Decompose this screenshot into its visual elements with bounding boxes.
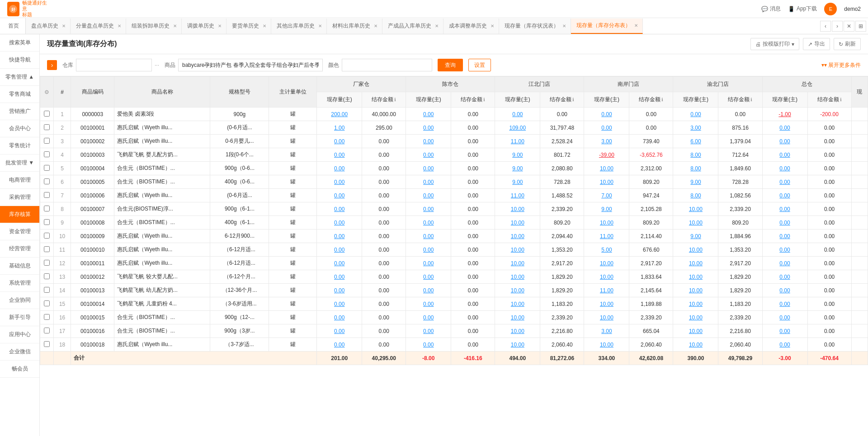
cell-c-stock[interactable]: 0.00 [406,230,451,243]
cell-c-stock[interactable]: 0.00 [406,216,451,230]
cell-t-stock[interactable]: 0.00 [762,311,807,324]
cell-f-stock[interactable]: 0.00 [317,175,362,189]
cell-f-stock[interactable]: 0.00 [317,284,362,297]
cell-jb-stock[interactable]: 9.00 [495,148,540,162]
cell-check[interactable] [40,148,54,162]
tab-close-requisition[interactable]: ✕ [263,23,266,28]
cell-c-stock[interactable]: 0.00 [406,243,451,257]
tab-stock-status[interactable]: 现存量（库存状况表） ✕ [499,19,571,34]
cell-t-stock[interactable]: 0.00 [762,121,807,135]
cell-f-stock[interactable]: 0.00 [317,270,362,284]
tab-close-material[interactable]: ✕ [374,23,377,28]
cell-c-stock[interactable]: 0.00 [406,202,451,216]
expand-btn[interactable]: ▾▾ 展开更多条件 [821,61,861,69]
cell-na-stock[interactable]: 0.00 [584,121,629,135]
cell-t-stock[interactable]: 0.00 [762,270,807,284]
tab-close-product[interactable]: ✕ [435,23,439,28]
row-checkbox[interactable] [44,206,50,211]
cell-yb-stock[interactable]: 10.00 [673,324,718,338]
color-input[interactable] [342,59,432,71]
cell-c-stock[interactable]: 0.00 [406,162,451,175]
cell-yb-stock[interactable]: 10.00 [673,338,718,352]
tab-next-btn[interactable]: › [832,21,843,32]
row-checkbox[interactable] [44,192,50,198]
tab-home[interactable]: 首页 [2,18,26,34]
sidebar-item-basic[interactable]: 基础信息 [0,258,39,275]
cell-yb-stock[interactable]: 3.00 [673,121,718,135]
cell-na-stock[interactable]: 10.00 [584,338,629,352]
cell-f-stock[interactable]: 200.00 [317,108,362,121]
cell-check[interactable] [40,311,54,324]
row-checkbox[interactable] [44,246,50,252]
cell-c-stock[interactable]: 0.00 [406,338,451,352]
cell-t-stock[interactable]: 0.00 [762,162,807,175]
sidebar-item-purchase[interactable]: 采购管理 [0,189,39,206]
sidebar-item-retail-mall[interactable]: 零售商城 [0,86,39,103]
cell-check[interactable] [40,189,54,202]
cell-c-stock[interactable]: 0.00 [406,121,451,135]
tab-material[interactable]: 材料出库单历史 ✕ [327,19,382,34]
filter-collapse-btn[interactable]: › [47,60,57,70]
cell-t-stock[interactable]: 0.00 [762,230,807,243]
tab-stock-dist[interactable]: 现存量（库存分布表） ✕ [571,19,643,34]
cell-f-stock[interactable]: 0.00 [317,148,362,162]
cell-na-stock[interactable]: 10.00 [584,297,629,311]
tab-split-stocktake[interactable]: 分量盘点单历史 ✕ [71,19,126,34]
cell-t-stock[interactable]: 0.00 [762,202,807,216]
cell-f-stock[interactable]: 0.00 [317,257,362,270]
cell-check[interactable] [40,324,54,338]
sidebar-item-retail-stats[interactable]: 零售统计 [0,137,39,155]
cell-na-stock[interactable]: 10.00 [584,216,629,230]
cell-na-stock[interactable]: 10.00 [584,270,629,284]
cell-t-stock[interactable]: 0.00 [762,243,807,257]
sidebar-item-member2[interactable]: 畅会员 [0,361,39,378]
cell-t-stock[interactable]: 0.00 [762,324,807,338]
cell-c-stock[interactable]: 0.00 [406,135,451,148]
cell-yb-stock[interactable]: 10.00 [673,311,718,324]
cell-f-stock[interactable]: 0.00 [317,162,362,175]
cell-f-stock[interactable]: 0.00 [317,243,362,257]
cell-t-stock[interactable]: 0.00 [762,135,807,148]
cell-jb-stock[interactable]: 10.00 [495,311,540,324]
cell-check[interactable] [40,284,54,297]
cell-jb-stock[interactable]: 0.00 [495,108,540,121]
cell-na-stock[interactable]: 9.00 [584,202,629,216]
row-checkbox[interactable] [44,233,50,239]
sidebar-item-wholesale[interactable]: 批发管理 ▼ [0,155,39,172]
row-checkbox[interactable] [44,138,50,144]
cell-c-stock[interactable]: 0.00 [406,311,451,324]
row-checkbox[interactable] [44,124,50,130]
tab-close-transfer[interactable]: ✕ [218,23,222,28]
cell-t-stock[interactable]: 0.00 [762,148,807,162]
cell-check[interactable] [40,243,54,257]
row-checkbox[interactable] [44,287,50,293]
sidebar-item-marketing[interactable]: 营销推广 [0,103,39,120]
sidebar-item-inventory[interactable]: 库存核算 [0,206,39,223]
tab-close-assembly[interactable]: ✕ [173,23,177,28]
cell-yb-stock[interactable]: 10.00 [673,270,718,284]
cell-f-stock[interactable]: 0.00 [317,297,362,311]
warehouse-input[interactable] [76,59,152,71]
cell-yb-stock[interactable]: 9.00 [673,230,718,243]
print-btn[interactable]: 🖨 按模版打印 ▾ [750,38,799,50]
cell-jb-stock[interactable]: 11.00 [495,135,540,148]
cell-check[interactable] [40,338,54,352]
cell-check[interactable] [40,175,54,189]
cell-na-stock[interactable]: 0.00 [584,108,629,121]
cell-check[interactable] [40,257,54,270]
cell-t-stock[interactable]: 0.00 [762,284,807,297]
cell-yb-stock[interactable]: 8.00 [673,189,718,202]
cell-f-stock[interactable]: 0.00 [317,202,362,216]
tab-assembly[interactable]: 组装拆卸单历史 ✕ [126,19,182,34]
cell-yb-stock[interactable]: 8.00 [673,148,718,162]
cell-t-stock[interactable]: 0.00 [762,257,807,270]
cell-c-stock[interactable]: 0.00 [406,175,451,189]
sidebar-item-ecommerce[interactable]: 电商管理 [0,172,39,189]
cell-check[interactable] [40,216,54,230]
tab-stocktake[interactable]: 盘点单历史 ✕ [26,19,71,34]
cell-na-stock[interactable]: -39.00 [584,148,629,162]
cell-na-stock[interactable]: 10.00 [584,175,629,189]
cell-f-stock[interactable]: 1.00 [317,121,362,135]
cell-check[interactable] [40,135,54,148]
sidebar-item-apps[interactable]: 应用中心 [0,326,39,343]
